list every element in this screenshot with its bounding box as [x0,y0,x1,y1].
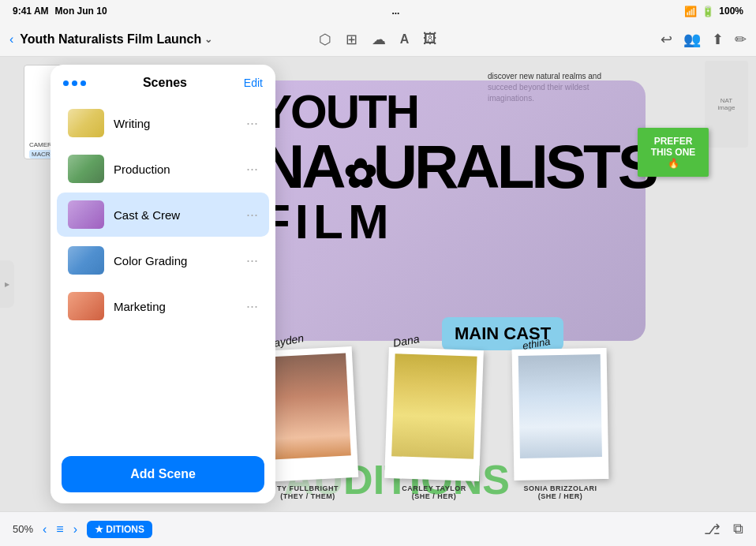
bottom-left: 50% ‹ ≡ › ★ DITIONS [13,521,152,538]
scene-more-production[interactable]: ··· [246,161,258,178]
star-button[interactable]: ★ DITIONS [87,521,152,538]
battery-level: 100% [719,6,743,17]
polaroid-3 [512,348,609,481]
share-icon[interactable]: ⬆ [712,31,724,48]
panel-dot-2 [72,80,77,86]
fullscreen-icon[interactable]: ⧉ [733,521,743,537]
back-button[interactable]: ‹ [9,32,13,47]
shape-icon[interactable]: ⬡ [319,31,331,48]
document-title[interactable]: Youth Naturalists Film Launch ⌄ [20,32,212,47]
scene-label-cast-crew: Cast & Crew [114,208,237,222]
status-time: 9:41 AM [13,6,49,17]
collaborators-icon[interactable]: 👥 [683,31,701,48]
title-chevron: ⌄ [204,34,212,45]
canvas-area[interactable]: PORTALGRAPHICS CAMERA: MACRO LENS STEADY… [0,57,756,511]
forward-page-button[interactable]: › [73,522,77,537]
scene-item-cast-crew[interactable]: Cast & Crew ··· [57,193,269,237]
status-date: Mon Jun 10 [55,6,107,17]
scene-item-production[interactable]: Production ··· [57,147,269,191]
scene-more-color-grading[interactable]: ··· [246,252,258,269]
cast-photo-2 [391,353,477,459]
scene-thumb-production [68,155,104,183]
add-scene-button[interactable]: Add Scene [62,456,264,492]
zoom-level[interactable]: 50% [13,523,33,535]
wifi-icon: 📶 [684,6,697,17]
battery-icon: 🔋 [702,6,714,17]
status-bar-left: 9:41 AM Mon Jun 10 [13,6,107,17]
cast-name-2: CARLEY TAYLOR(SHE / HER) [402,484,466,500]
scene-thumb-marketing [68,292,104,320]
title-youth: YOUTH [260,88,656,136]
main-cast-label: MAIN CAST [442,317,563,350]
scene-item-marketing[interactable]: Marketing ··· [57,284,269,328]
image-icon[interactable]: 🖼 [423,31,437,47]
panel-header: Scenes Edit [51,65,275,96]
list-view-icon[interactable]: ≡ [56,522,63,537]
status-bar-right: 📶 🔋 100% [684,6,743,17]
cast-member-2: Dana CARLEY TAYLOR(SHE / HER) [387,349,481,500]
left-edge-handle[interactable]: ▶ [0,260,14,308]
bottom-bar: 50% ‹ ≡ › ★ DITIONS ⎇ ⧉ [0,511,756,546]
panel-edit-button[interactable]: Edit [244,77,263,89]
cast-photo-3 [518,354,602,458]
nav-right-icons: ↩ 👥 ⬆ ✏ [661,31,747,48]
cast-photo-1 [264,353,351,459]
scene-thumb-color-grading [68,246,104,275]
cast-member-3: ethina SONIA BRIZZOLARI(SHE / HER) [513,349,608,500]
scene-thumb-writing [68,109,104,137]
bottom-right: ⎇ ⧉ [704,521,743,538]
scene-label-production: Production [114,163,237,176]
nav-bar: ‹ Youth Naturalists Film Launch ⌄ ⬡ ⊞ ☁ … [0,22,756,57]
status-dots: ... [391,6,399,17]
polaroid-2 [384,347,484,481]
scene-label-writing: Writing [114,117,237,130]
scene-more-writing[interactable]: ··· [246,115,258,132]
panel-dot-1 [63,80,69,86]
cast-name-1: TY FULLBRIGHT(THEY / THEM) [277,484,339,500]
panel-dots[interactable] [63,80,86,86]
hierarchy-icon[interactable]: ⎇ [704,521,720,538]
title-naturalists: NA✿URALISTS [260,136,656,197]
scene-item-writing[interactable]: Writing ··· [57,101,269,145]
scene-more-marketing[interactable]: ··· [246,298,258,315]
cloud-icon[interactable]: ☁ [372,31,386,48]
status-bar: 9:41 AM Mon Jun 10 ... 📶 🔋 100% [0,0,756,22]
right-edge-content: NATimage [705,61,748,148]
title-film: FILM [260,197,656,246]
main-title: YOUTH NA✿URALISTS FILM [260,88,656,246]
back-page-button[interactable]: ‹ [43,522,47,537]
panel-title: Scenes [143,76,187,90]
nav-center-icons: ⬡ ⊞ ☁ A 🖼 [319,31,438,48]
cast-name-3: SONIA BRIZZOLARI(SHE / HER) [523,484,597,500]
scene-item-color-grading[interactable]: Color Grading ··· [57,238,269,282]
prefer-sticky-note: PREFER THIS ONE 🔥 [638,128,709,177]
grid-icon[interactable]: ⊞ [346,31,357,48]
scene-list: Writing ··· Production ··· Cast & Crew ·… [51,96,275,448]
scene-thumb-cast-crew [68,200,104,229]
status-bar-center: ... [391,6,399,17]
text-format-icon[interactable]: A [400,32,410,47]
scene-more-cast-crew[interactable]: ··· [246,207,258,223]
panel-dot-3 [80,80,86,86]
scenes-panel: Scenes Edit Writing ··· Production ··· C… [51,65,275,503]
edit-icon[interactable]: ✏ [735,31,747,48]
undo-icon[interactable]: ↩ [661,31,672,48]
scene-label-color-grading: Color Grading [114,254,237,267]
cast-row: Jayden TY FULLBRIGHT(THEY / THEM) Dana C… [260,349,608,500]
scene-label-marketing: Marketing [114,300,237,313]
back-chevron: ‹ [9,32,13,47]
